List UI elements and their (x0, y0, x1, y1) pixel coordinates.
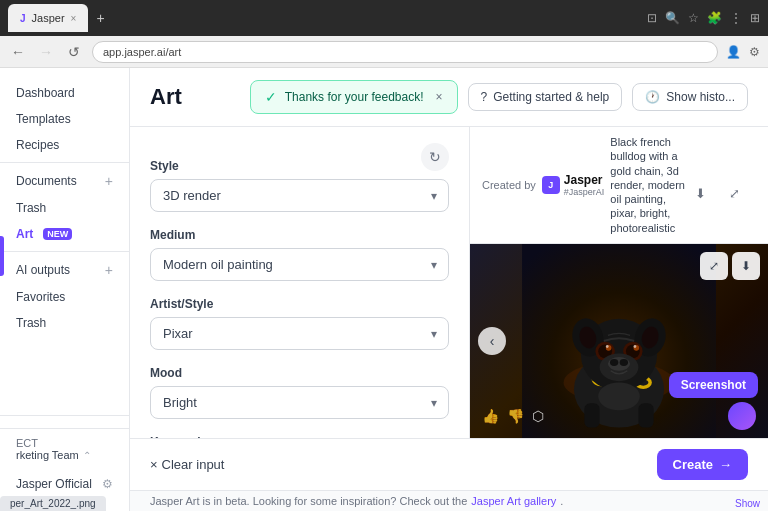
medium-select[interactable]: Modern oil painting (150, 248, 449, 281)
sidebar-item-jasper-official[interactable]: Jasper Official ⚙ (0, 469, 129, 499)
svg-point-33 (610, 359, 618, 366)
sidebar-item-favorites[interactable]: Favorites (0, 284, 129, 310)
url-bar[interactable]: app.jasper.ai/art (92, 41, 718, 63)
sidebar-divider-1 (0, 162, 129, 163)
main-header: Art ✓ Thanks for your feedback! × ? Gett… (130, 68, 768, 127)
browser-actions: ⊡ 🔍 ☆ 🧩 ⋮ ⊞ (647, 11, 760, 25)
dashboard-label: Dashboard (16, 86, 75, 100)
sidebar-item-ai-trash[interactable]: Trash (0, 310, 129, 336)
expand-image-btn[interactable]: ⤢ (700, 252, 728, 280)
status-suffix: . (560, 495, 563, 507)
svg-point-34 (620, 359, 628, 366)
tab-bar: J Jasper × + (8, 4, 641, 32)
active-tab[interactable]: J Jasper × (8, 4, 88, 32)
tab-close-btn[interactable]: × (71, 13, 77, 24)
page-title: Art (150, 84, 182, 110)
file-tab[interactable]: per_Art_2022_.png (0, 496, 106, 511)
form-group-medium: Medium Modern oil painting (150, 228, 449, 281)
browser-chrome: J Jasper × + ⊡ 🔍 ☆ 🧩 ⋮ ⊞ (0, 0, 768, 36)
toast-close-btn[interactable]: × (436, 90, 443, 104)
sidebar-item-art[interactable]: Art NEW (0, 221, 129, 247)
sidebar-item-templates[interactable]: Templates (0, 106, 129, 132)
back-btn[interactable]: ← (8, 44, 28, 60)
sidebar-section-documents: Documents + (0, 167, 129, 195)
documents-label[interactable]: Documents (16, 174, 77, 188)
preview-image-actions: ⬇ ⤢ (686, 179, 748, 207)
sidebar-item-recipes[interactable]: Recipes (0, 132, 129, 158)
address-icons: 👤 ⚙ (726, 45, 760, 59)
sidebar-item-trash[interactable]: Trash (0, 195, 129, 221)
toast-message: Thanks for your feedback! (285, 90, 424, 104)
show-link[interactable]: Show (727, 496, 768, 511)
left-edge-indicator (0, 236, 4, 276)
download-image-btn[interactable]: ⬇ (732, 252, 760, 280)
dislike-btn[interactable]: 👎 (507, 408, 524, 424)
form-group-artist: Artist/Style Pixar (150, 297, 449, 350)
artist-select[interactable]: Pixar (150, 317, 449, 350)
documents-add-btn[interactable]: + (105, 173, 113, 189)
refresh-btn[interactable]: ↺ (64, 44, 84, 60)
art-label: Art (16, 227, 33, 241)
status-bar: Jasper Art is in beta. Looking for some … (130, 490, 768, 511)
medium-select-wrapper: Modern oil painting (150, 248, 449, 281)
browser-fullscreen[interactable]: ⊞ (750, 11, 760, 25)
jasper-logo-icon: J (542, 176, 560, 194)
download-btn[interactable]: ⬇ (686, 179, 714, 207)
style-select[interactable]: 3D render (150, 179, 449, 212)
show-history-btn[interactable]: 🕐 Show histo... (632, 83, 748, 111)
url-text: app.jasper.ai/art (103, 46, 181, 58)
new-tab-btn[interactable]: + (96, 10, 104, 26)
ai-outputs-label[interactable]: AI outputs (16, 263, 70, 277)
sidebar-bottom: ECT rketing Team ⌃ (0, 428, 129, 469)
getting-started-btn[interactable]: ? Getting started & help (468, 83, 623, 111)
sidebar-nav: Dashboard Templates Recipes Documents + … (0, 80, 129, 411)
browser-bookmark[interactable]: ☆ (688, 11, 699, 25)
mood-label: Mood (150, 366, 449, 380)
settings-icon[interactable]: ⚙ (102, 477, 113, 491)
browser-extensions[interactable]: 🧩 (707, 11, 722, 25)
image-footer: 👍 👎 ⬡ (470, 394, 768, 438)
forward-btn[interactable]: → (36, 44, 56, 60)
clear-input-btn[interactable]: × Clear input (150, 457, 224, 472)
gallery-link[interactable]: Jasper Art gallery (471, 495, 556, 507)
screenshot-btn[interactable]: Screenshot (669, 372, 758, 398)
sidebar-item-dashboard[interactable]: Dashboard (0, 80, 129, 106)
toast-notification: ✓ Thanks for your feedback! × (250, 80, 458, 114)
form-group-style: Style 3D render (150, 159, 449, 212)
extension-icon[interactable]: ⚙ (749, 45, 760, 59)
prev-image-btn[interactable]: ‹ (478, 327, 506, 355)
browser-menu[interactable]: ⋮ (730, 11, 742, 25)
address-bar: ← → ↺ app.jasper.ai/art 👤 ⚙ (0, 36, 768, 68)
jasper-logo-text: Jasper #JasperAI (564, 173, 605, 197)
mood-select-wrapper: Bright (150, 386, 449, 419)
create-btn[interactable]: Create → (657, 449, 748, 480)
tab-favicon: J (20, 13, 26, 24)
mood-select[interactable]: Bright (150, 386, 449, 419)
art-badge: NEW (43, 228, 72, 240)
form-panel: ↻ Style 3D render Medium (130, 127, 470, 438)
jasper-logo: J Jasper #JasperAI (542, 173, 605, 197)
templates-label: Templates (16, 112, 71, 126)
form-group-mood: Mood Bright (150, 366, 449, 419)
sidebar: Dashboard Templates Recipes Documents + … (0, 68, 130, 511)
arrow-icon: → (719, 457, 732, 472)
reaction-buttons: 👍 👎 ⬡ (482, 408, 544, 424)
file-name: per_Art_2022_.png (10, 498, 96, 509)
recipes-label: Recipes (16, 138, 59, 152)
preview-header: Created by J Jasper #JasperAI Black fren… (470, 127, 768, 244)
preview-description: Black french bulldog with a gold chain, … (610, 135, 688, 235)
svg-point-30 (634, 345, 637, 348)
workspace-name[interactable]: rketing Team ⌃ (16, 449, 113, 461)
style-label: Style (150, 159, 449, 173)
share-btn[interactable]: ⬡ (532, 408, 544, 424)
browser-search[interactable]: 🔍 (665, 11, 680, 25)
status-text: Jasper Art is in beta. Looking for some … (150, 495, 467, 507)
browser-minimize[interactable]: ⊡ (647, 11, 657, 25)
expand-btn[interactable]: ⤢ (720, 179, 748, 207)
profile-icon[interactable]: 👤 (726, 45, 741, 59)
refresh-description-btn[interactable]: ↻ (421, 143, 449, 171)
like-btn[interactable]: 👍 (482, 408, 499, 424)
image-overlay-actions: ⤢ ⬇ (700, 252, 760, 280)
ai-outputs-add-btn[interactable]: + (105, 262, 113, 278)
create-label: Create (673, 457, 713, 472)
